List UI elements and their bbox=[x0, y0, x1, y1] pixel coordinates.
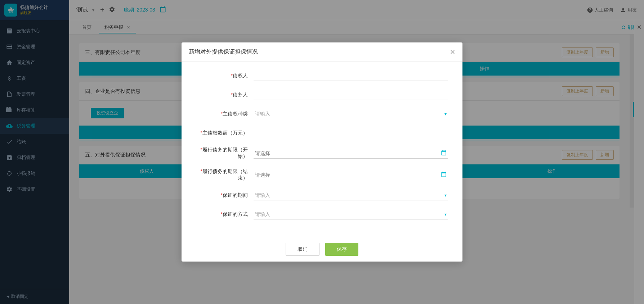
dialog-close-button[interactable]: ✕ bbox=[450, 49, 455, 55]
claim-type-label: *主债权种类 bbox=[196, 111, 254, 117]
debt-end-input[interactable] bbox=[254, 170, 448, 180]
form-row-debtor: *债务人 bbox=[196, 90, 448, 100]
form-row-guarantee-period: *保证的期间 请输入 ▾ bbox=[196, 190, 448, 200]
creditor-control bbox=[254, 71, 448, 81]
debt-start-label: *履行债务的期限（开始） bbox=[196, 147, 254, 160]
guarantee-period-select[interactable]: 请输入 bbox=[254, 190, 448, 200]
dialog: 新增对外提供保证担保情况 ✕ *债权人 *债务人 bbox=[182, 42, 462, 262]
debt-start-calendar-icon[interactable] bbox=[441, 150, 447, 157]
guarantee-method-select[interactable]: 请输入 bbox=[254, 209, 448, 219]
debt-end-label: *履行债务的期限（结束） bbox=[196, 168, 254, 181]
guarantee-period-control: 请输入 ▾ bbox=[254, 190, 448, 200]
debt-start-control bbox=[254, 148, 448, 159]
guarantee-method-control: 请输入 ▾ bbox=[254, 209, 448, 219]
claim-type-select[interactable]: 请输入 bbox=[254, 109, 448, 119]
form-row-guarantee-method: *保证的方式 请输入 ▾ bbox=[196, 209, 448, 219]
dialog-header: 新增对外提供保证担保情况 ✕ bbox=[182, 42, 462, 62]
claim-type-control: 请输入 ▾ bbox=[254, 109, 448, 119]
save-button[interactable]: 保存 bbox=[325, 243, 358, 256]
form-row-claim-amount: *主债权数额（万元） bbox=[196, 128, 448, 138]
debtor-label: *债务人 bbox=[196, 92, 254, 98]
form-row-creditor: *债权人 bbox=[196, 71, 448, 81]
dialog-footer: 取消 保存 bbox=[182, 237, 462, 262]
cancel-button[interactable]: 取消 bbox=[286, 243, 319, 256]
dialog-body: *债权人 *债务人 *主债权种类 bbox=[182, 62, 462, 237]
form-row-debt-end: *履行债务的期限（结束） bbox=[196, 168, 448, 181]
guarantee-period-label: *保证的期间 bbox=[196, 192, 254, 199]
dialog-overlay[interactable]: 新增对外提供保证担保情况 ✕ *债权人 *债务人 bbox=[0, 0, 644, 304]
claim-amount-control bbox=[254, 128, 448, 138]
claim-amount-label: *主债权数额（万元） bbox=[196, 130, 254, 136]
guarantee-method-label: *保证的方式 bbox=[196, 211, 254, 218]
debt-start-input[interactable] bbox=[254, 148, 448, 159]
form-row-debt-start: *履行债务的期限（开始） bbox=[196, 147, 448, 160]
debtor-control bbox=[254, 90, 448, 100]
claim-amount-input[interactable] bbox=[254, 128, 448, 138]
form-row-claim-type: *主债权种类 请输入 ▾ bbox=[196, 109, 448, 119]
debtor-input[interactable] bbox=[254, 90, 448, 100]
debt-end-control bbox=[254, 170, 448, 180]
creditor-input[interactable] bbox=[254, 71, 448, 81]
creditor-label: *债权人 bbox=[196, 73, 254, 79]
debt-end-calendar-icon[interactable] bbox=[441, 172, 447, 178]
dialog-title: 新增对外提供保证担保情况 bbox=[189, 48, 258, 56]
